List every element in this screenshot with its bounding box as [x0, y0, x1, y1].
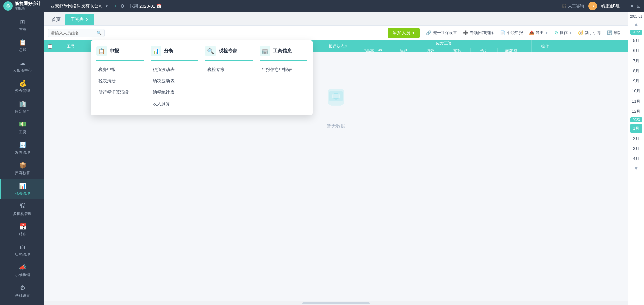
cal-month-2023-4[interactable]: 4月 [630, 154, 642, 163]
business-info-icon: 🏢 [260, 46, 270, 56]
empty-icon [319, 79, 353, 119]
cal-month-10[interactable]: 10月 [630, 86, 642, 96]
cal-month-2023-3[interactable]: 3月 [630, 144, 642, 153]
tab-close-icon[interactable]: ✕ [86, 17, 89, 22]
sidebar-item-salary[interactable]: 💵 工资 [0, 117, 44, 138]
operation-icon: ⚙ [554, 30, 558, 35]
income-forecast-item[interactable]: 收入测算 [151, 98, 198, 110]
add-company-button[interactable]: ＋ [112, 2, 119, 10]
app-edition: 旗舰版 [15, 6, 41, 11]
invoice-icon: 🧾 [19, 141, 26, 149]
annual-report-item[interactable]: 年报信息申报表 [260, 64, 307, 75]
tax-return-icon: 📄 [500, 30, 505, 35]
service-label: 人工咨询 [568, 3, 584, 9]
select-all-checkbox[interactable] [48, 44, 52, 49]
cal-month-6[interactable]: 6月 [630, 46, 642, 55]
business-info-label: 工商信息 [273, 48, 292, 54]
sidebar-label-archive: 归档管理 [15, 252, 30, 257]
search-input[interactable] [51, 31, 94, 35]
calendar-up-nav[interactable]: ▲ [632, 19, 641, 29]
tax-table-clear-item[interactable]: 税表清册 [96, 75, 144, 87]
sidebar-item-cloud[interactable]: ☁ 云报表中心 [0, 56, 44, 76]
sidebar-item-invoice[interactable]: 🧾 发票管理 [0, 138, 44, 158]
header-right: 🎧 人工咨询 B 畅捷通B组... ✕ ⊡ [562, 2, 641, 10]
horizontal-scrollbar[interactable] [44, 301, 628, 305]
sidebar-label-tax: 税务管理 [15, 191, 30, 196]
social-security-button[interactable]: 🔗 统一社保设置 [424, 29, 459, 37]
logo-area: ♻ 畅捷通好会计 旗舰版 [3, 1, 47, 11]
th-report-status[interactable]: 报送状态 ▽ [319, 40, 356, 52]
cal-month-7[interactable]: 7月 [630, 56, 642, 66]
declaration-header: 📋 申报 [96, 46, 144, 61]
xiaochang-icon: 📣 [19, 264, 26, 271]
content-area: 首页 工资表 ✕ 🔍 添加人员 ▼ 🔗 统一社保设置 [44, 12, 628, 305]
th-checkbox[interactable] [44, 40, 57, 52]
tax-stats-item[interactable]: 纳税统计表 [151, 87, 198, 98]
sidebar-item-tax[interactable]: 📊 税务管理 [0, 179, 44, 199]
tax-expert-icon: 🔍 [205, 46, 216, 56]
sidebar-label-xiaochang: 小畅报销 [15, 272, 30, 277]
window-restore-button[interactable]: ⊡ [637, 3, 641, 9]
sidebar-item-assets[interactable]: 🏢 固定资产 [0, 97, 44, 117]
toolbar-sep-1 [422, 30, 422, 36]
multi-icon: 🏗 [20, 203, 26, 210]
tax-report-item[interactable]: 税务申报 [96, 64, 144, 75]
add-person-button[interactable]: 添加人员 ▼ [388, 28, 420, 38]
inventory-icon: 📦 [19, 162, 26, 169]
special-deduct-icon: ➕ [463, 30, 468, 35]
th-pension: 养老费 [498, 48, 525, 54]
sidebar-item-capital[interactable]: 💰 资金管理 [0, 76, 44, 97]
sidebar-item-ledger[interactable]: 📋 总账 [0, 35, 44, 56]
cal-month-2023-1[interactable]: 1月 [630, 124, 642, 133]
calendar-down-nav[interactable]: ▼ [632, 164, 641, 173]
home-icon: ⊞ [20, 18, 25, 26]
salary-group-header: 应发工资 [356, 40, 531, 48]
sidebar-item-xiaochang[interactable]: 📣 小畅报销 [0, 260, 44, 281]
social-security-icon: 🔗 [426, 30, 431, 35]
headset-icon: 🎧 [562, 4, 567, 8]
tax-check-item[interactable]: 税检专家 [205, 64, 253, 75]
close-period-icon: 📅 [19, 223, 26, 230]
cal-month-11[interactable]: 11月 [630, 97, 642, 106]
service-button[interactable]: 🎧 人工咨询 [562, 3, 584, 9]
tab-salary-table[interactable]: 工资表 ✕ [65, 14, 94, 25]
operation-button[interactable]: ⚙ 操作 ▼ [552, 29, 574, 37]
special-deduct-button[interactable]: ➕ 专项附加扣除 [461, 29, 496, 37]
sidebar-item-close-period[interactable]: 📅 结账 [0, 220, 44, 240]
settings-icon[interactable]: ⚙ [119, 2, 126, 10]
tax-fluctuation-item[interactable]: 纳税波动表 [151, 75, 198, 87]
refresh-button[interactable]: 🔄 刷新 [605, 29, 624, 37]
window-close-button[interactable]: ✕ [630, 3, 634, 9]
income-tax-calc-item[interactable]: 所得税汇算清缴 [96, 87, 144, 98]
th-performance: 绩效 [417, 48, 444, 54]
calendar-icon[interactable]: 📅 [157, 4, 162, 8]
tab-home[interactable]: 首页 [47, 14, 65, 25]
cal-month-2023-2[interactable]: 2月 [630, 134, 642, 143]
cal-month-12[interactable]: 12月 [630, 107, 642, 116]
tax-return-button[interactable]: 📄 个税申报 [498, 29, 525, 37]
new-guide-button[interactable]: 🧭 新手引导 [576, 29, 603, 37]
cal-month-9[interactable]: 9月 [630, 76, 642, 86]
report-status-filter-icon: ▽ [345, 45, 347, 48]
sidebar-item-multi[interactable]: 🏗 多机构管理 [0, 199, 44, 220]
app-name: 畅捷通好会计 [15, 1, 41, 6]
export-button[interactable]: 📤 导出 ▼ [527, 29, 550, 37]
cal-month-8[interactable]: 8月 [630, 66, 642, 76]
logo-icon: ♻ [3, 1, 13, 11]
new-guide-icon: 🧭 [578, 30, 583, 35]
empty-illustration [319, 79, 353, 113]
th-deduct: 扣款 [444, 48, 471, 54]
company-name: 西安虾米网络科技有限公司 [50, 3, 103, 9]
refresh-icon: 🔄 [607, 30, 612, 35]
sidebar-item-archive[interactable]: 🗂 归档管理 [0, 240, 44, 260]
sidebar-item-inventory[interactable]: 📦 库存核算 [0, 158, 44, 179]
th-no: 工号 [57, 40, 84, 52]
sidebar-item-guide[interactable]: 🆕 新手引导 [0, 301, 44, 305]
sidebar-label-ledger: 总账 [19, 47, 26, 52]
sidebar-item-basic[interactable]: ⚙ 基础设置 [0, 281, 44, 301]
cal-month-5[interactable]: 5月 [630, 36, 642, 45]
company-selector[interactable]: 西安虾米网络科技有限公司 ▼ [47, 3, 112, 9]
sidebar-item-home[interactable]: ⊞ 首页 [0, 15, 44, 35]
tax-burden-item[interactable]: 税负波动表 [151, 64, 198, 75]
tab-bar: 首页 工资表 ✕ [44, 12, 628, 26]
